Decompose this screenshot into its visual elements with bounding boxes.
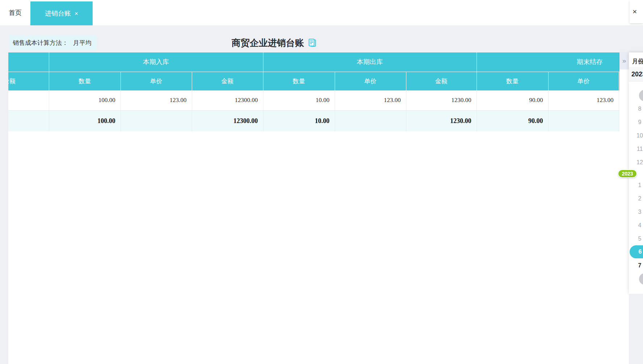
- scroll-down-button[interactable]: [629, 272, 643, 285]
- month-item-3[interactable]: 3: [629, 205, 643, 219]
- col-header-amount: 金额: [619, 72, 619, 90]
- month-list: 8910111220231234567: [629, 89, 643, 285]
- chevron-double-right-icon: »: [622, 57, 626, 65]
- cost-method-caption: 销售成本计算方法：: [13, 39, 68, 47]
- month-item-11[interactable]: 11: [629, 142, 643, 156]
- arrow-down-icon: [639, 273, 643, 285]
- arrow-up-icon: [639, 90, 643, 101]
- cell: 90.00: [477, 90, 548, 110]
- sidebar-collapse-button[interactable]: »: [619, 52, 629, 69]
- col-header-price: 单价: [548, 72, 619, 90]
- month-sidebar: 月份 2023 8910111220231234567: [629, 52, 643, 294]
- total-cell: [120, 110, 192, 131]
- left-margin: [0, 25, 8, 364]
- col-header-amount: 金额: [192, 72, 263, 90]
- month-item-1[interactable]: 1: [629, 178, 643, 192]
- month-item-9[interactable]: 9: [629, 115, 643, 129]
- month-item-12[interactable]: 12: [629, 156, 643, 169]
- month-item-6-selected[interactable]: 6: [629, 245, 643, 259]
- month-item-10[interactable]: 10: [629, 129, 643, 142]
- cell: [8, 90, 49, 110]
- bottom-right-background: [629, 294, 643, 364]
- page-title: 商贸企业进销台账: [232, 35, 317, 51]
- selected-month-pill: 6: [630, 245, 643, 258]
- cost-method-label: 销售成本计算方法： 月平均: [9, 35, 97, 51]
- total-cell: 90.00: [477, 110, 548, 131]
- year-marker-2023[interactable]: 2023: [629, 169, 643, 178]
- cell: 12300.00: [192, 90, 263, 110]
- total-cell: [8, 110, 49, 131]
- col-header-qty: 数量: [49, 72, 120, 90]
- cell: 100.00: [49, 90, 120, 110]
- tab-close-icon[interactable]: ×: [75, 10, 78, 17]
- close-icon: ×: [633, 7, 637, 16]
- month-item-5[interactable]: 5: [629, 232, 643, 245]
- total-cell: [619, 110, 619, 131]
- month-sidebar-title: 月份: [629, 56, 643, 67]
- col-header-price: 单价: [335, 72, 406, 90]
- cell: [619, 90, 619, 110]
- group-header-outbound: 本期出库: [263, 52, 477, 72]
- col-header-qty: 数量: [263, 72, 335, 90]
- scroll-up-button[interactable]: [629, 89, 643, 102]
- table-total-row: 100.00 12300.00 10.00 1230.00 90.00: [8, 110, 619, 131]
- tab-bar: 首页 进销台账 × ×: [0, 0, 643, 25]
- cell: 123.00: [548, 90, 619, 110]
- total-cell: 12300.00: [192, 110, 263, 131]
- tab-home[interactable]: 首页: [9, 0, 22, 25]
- year-header: 2023: [629, 67, 643, 81]
- group-header-inbound: 本期入库: [49, 52, 263, 72]
- table-sub-header-row: 金额 数量 单价 金额 数量 单价 金额 数量 单价 金额: [8, 72, 619, 90]
- cell: 123.00: [335, 90, 406, 110]
- page-title-text: 商贸企业进销台账: [232, 37, 304, 49]
- group-header-ending: 期末结存: [477, 52, 619, 72]
- group-header-blank: [8, 52, 49, 72]
- col-header-amount: 金额: [406, 72, 477, 90]
- month-item-2[interactable]: 2: [629, 192, 643, 205]
- month-item-8[interactable]: 8: [629, 102, 643, 115]
- tab-ledger-active[interactable]: 进销台账 ×: [30, 1, 93, 25]
- month-item-4[interactable]: 4: [629, 219, 643, 232]
- col-header-qty: 数量: [477, 72, 548, 90]
- col-header-price: 单价: [120, 72, 192, 90]
- app-window: 首页 进销台账 × × 销售成本计算方法： 月平均 商贸企业进销台账: [0, 0, 643, 364]
- year-pill: 2023: [618, 169, 637, 178]
- ledger-table: 本期入库 本期出库 期末结存 金额 数量 单价 金额 数量 单价 金额 数量 单…: [8, 52, 619, 131]
- cell: 123.00: [120, 90, 192, 110]
- total-cell: [335, 110, 406, 131]
- table-row[interactable]: 100.00 123.00 12300.00 10.00 123.00 1230…: [8, 90, 619, 110]
- cell: 10.00: [263, 90, 335, 110]
- total-cell: 10.00: [263, 110, 335, 131]
- close-all-button[interactable]: ×: [630, 0, 643, 23]
- ledger-document-icon[interactable]: [307, 38, 317, 48]
- col-header-amount-cut: 金额: [8, 72, 49, 90]
- toolbar: 销售成本计算方法： 月平均 商贸企业进销台账 对账 重新开账 存货别名 生成凭证: [0, 25, 643, 52]
- total-cell: 1230.00: [406, 110, 477, 131]
- total-cell: 100.00: [49, 110, 120, 131]
- month-item-7[interactable]: 7: [629, 259, 643, 272]
- total-cell: [548, 110, 619, 131]
- table-group-header-row: 本期入库 本期出库 期末结存: [8, 52, 619, 72]
- cost-method-value: 月平均: [73, 39, 92, 47]
- cell: 1230.00: [406, 90, 477, 110]
- tab-ledger-label: 进销台账: [45, 9, 71, 18]
